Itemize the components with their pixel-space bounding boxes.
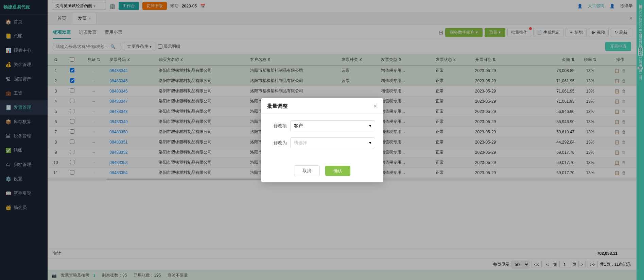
modify-to-select[interactable]: 请选择 ▾ bbox=[290, 137, 375, 148]
dialog-title: 批量调整 bbox=[267, 103, 288, 110]
modify-to-placeholder: 请选择 bbox=[294, 140, 307, 146]
modify-field-dropdown-icon: ▾ bbox=[369, 123, 371, 128]
dialog-footer: 取消 确认 bbox=[261, 161, 383, 182]
modify-field-label: 修改项 bbox=[269, 123, 287, 129]
dialog-confirm-button[interactable]: 确认 bbox=[325, 166, 350, 176]
modify-to-dropdown-icon: ▾ bbox=[369, 140, 371, 145]
dialog-body: 修改项 客户 ▾ 修改为 请选择 ▾ bbox=[261, 114, 383, 161]
dialog-modify-field-row: 修改项 客户 ▾ bbox=[269, 120, 375, 131]
dialog-close-button[interactable]: × bbox=[373, 103, 377, 110]
modify-field-value: 客户 bbox=[294, 123, 303, 129]
modify-to-label: 修改为 bbox=[269, 140, 287, 146]
batch-adjust-dialog: 批量调整 × 修改项 客户 ▾ 修改为 请选择 ▾ 取消 确认 bbox=[261, 98, 383, 182]
dialog-cancel-button[interactable]: 取消 bbox=[294, 165, 320, 176]
modify-field-select[interactable]: 客户 ▾ bbox=[290, 120, 375, 131]
dialog-header: 批量调整 × bbox=[261, 98, 383, 114]
dialog-modify-to-row: 修改为 请选择 ▾ bbox=[269, 137, 375, 148]
dialog-overlay: 批量调整 × 修改项 客户 ▾ 修改为 请选择 ▾ 取消 确认 bbox=[0, 0, 644, 280]
